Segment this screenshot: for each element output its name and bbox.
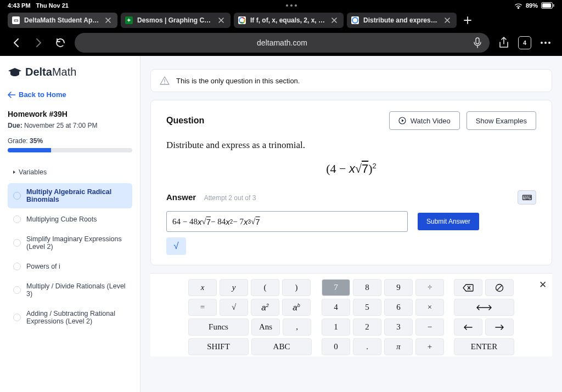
- prohibit-icon: [495, 283, 504, 292]
- question-heading: Question: [166, 116, 204, 126]
- sidebar-item-rationals[interactable]: Multiply / Divide Rationals (Level 3): [8, 277, 132, 303]
- submit-answer-button[interactable]: Submit Answer: [418, 213, 479, 230]
- status-ring-icon: [13, 286, 21, 294]
- close-icon[interactable]: [330, 16, 338, 24]
- tab-count-button[interactable]: 4: [518, 36, 531, 49]
- status-ring-icon: [13, 314, 21, 321]
- sidebar-item-add-sub-rational[interactable]: Adding / Subtracting Rational Expression…: [8, 305, 132, 330]
- sidebar: DeltaMath Back to Home Homework #39H Due…: [0, 56, 140, 392]
- keypad-key[interactable]: +: [415, 338, 444, 355]
- tab-favicon: [351, 16, 359, 24]
- keypad-key-lr[interactable]: [454, 299, 514, 316]
- keypad-key[interactable]: π: [384, 338, 413, 355]
- ipad-status-bar: 4:43 PM Thu Nov 21 89%: [0, 0, 562, 11]
- tab-title: Distribute and express a: [363, 16, 439, 24]
- status-ring-icon: [13, 263, 21, 270]
- show-examples-button[interactable]: Show Examples: [467, 111, 536, 130]
- arrow-right-icon: [494, 324, 504, 331]
- sidebar-item-cube-roots[interactable]: Multiplying Cube Roots: [8, 211, 132, 228]
- keypad-key[interactable]: .: [353, 338, 381, 355]
- answer-input[interactable]: 64 − 48x√7 − 84x2 − 7x3√7: [166, 211, 408, 232]
- share-button[interactable]: [496, 35, 512, 50]
- battery-pct: 89%: [526, 2, 538, 9]
- svg-rect-2: [553, 4, 554, 7]
- browser-tab[interactable]: ▭ DeltaMath Student Appli: [8, 13, 117, 28]
- keypad-key-ans[interactable]: Ans: [251, 319, 280, 336]
- sqrt-toolbar-button[interactable]: √: [166, 237, 186, 255]
- overflow-menu-button[interactable]: [538, 35, 553, 50]
- keypad-key[interactable]: 5: [353, 299, 381, 316]
- due-date: Due: November 25 at 7:00 PM: [8, 122, 132, 129]
- reload-button[interactable]: [53, 35, 68, 50]
- multitask-dots-icon[interactable]: [286, 4, 297, 7]
- keypad-key[interactable]: ×: [415, 299, 444, 316]
- close-icon[interactable]: [443, 16, 451, 24]
- keypad-key-shift[interactable]: SHIFT: [188, 338, 249, 355]
- keypad-key[interactable]: ab: [282, 299, 311, 316]
- sidebar-item-imaginary[interactable]: Simplify Imaginary Expressions (Level 2): [8, 230, 132, 255]
- tab-title: DeltaMath Student Appli: [24, 16, 100, 24]
- keyboard-toggle-button[interactable]: ⌨: [518, 190, 536, 204]
- keypad-key-enter[interactable]: ENTER: [454, 338, 514, 355]
- keypad-key[interactable]: 8: [353, 279, 381, 296]
- keypad-key[interactable]: 7: [322, 279, 350, 296]
- keypad-key[interactable]: a2: [251, 299, 279, 316]
- keypad-key[interactable]: =: [188, 299, 217, 316]
- keypad-key[interactable]: 1: [322, 319, 350, 336]
- keypad-key[interactable]: 9: [384, 279, 413, 296]
- keypad-key[interactable]: 3: [384, 319, 413, 336]
- keypad-key[interactable]: (: [251, 279, 279, 296]
- svg-rect-5: [476, 38, 479, 44]
- keypad-key[interactable]: ,: [283, 319, 311, 336]
- svg-point-4: [352, 18, 358, 23]
- forward-button[interactable]: [31, 35, 46, 50]
- browser-tab[interactable]: If f, of, x, equals, 2, x, cu: [234, 13, 344, 28]
- sidebar-item-variables[interactable]: Variables: [8, 163, 132, 181]
- new-tab-button[interactable]: [460, 13, 475, 28]
- keypad-key[interactable]: 6: [384, 299, 413, 316]
- keypad-key-backspace[interactable]: [454, 279, 482, 296]
- browser-tab-strip: ▭ DeltaMath Student Appli ✦ Desmos | Gra…: [0, 11, 562, 30]
- backspace-icon: [463, 284, 474, 292]
- keypad-key[interactable]: 0: [322, 338, 350, 355]
- keypad-key[interactable]: ÷: [415, 279, 444, 296]
- browser-tab[interactable]: ✦ Desmos | Graphing Calcu: [121, 13, 231, 28]
- keypad-key[interactable]: x: [188, 279, 217, 296]
- keypad-right-block: ENTER: [454, 279, 514, 355]
- sidebar-item-multiply-radical-binomials[interactable]: Multiply Algebraic Radical Binomials: [8, 183, 132, 208]
- keypad-key-right[interactable]: [485, 319, 514, 336]
- close-icon[interactable]: [104, 16, 112, 24]
- close-icon[interactable]: [217, 16, 225, 24]
- answer-heading: Answer: [166, 192, 196, 202]
- brand-logo[interactable]: DeltaMath: [8, 66, 132, 78]
- tab-favicon: [238, 16, 246, 24]
- keypad-key-abc[interactable]: ABC: [251, 338, 312, 355]
- sidebar-item-powers-of-i[interactable]: Powers of i: [8, 258, 132, 275]
- math-keypad: ✕ x y ( ) = √ a2 ab F: [150, 273, 552, 356]
- keypad-key-left[interactable]: [454, 319, 482, 336]
- keypad-key[interactable]: −: [415, 319, 444, 336]
- mic-icon[interactable]: [473, 37, 482, 48]
- watch-video-button[interactable]: Watch Video: [389, 111, 460, 130]
- address-bar[interactable]: deltamath.com: [75, 33, 490, 53]
- browser-tab[interactable]: Distribute and express a: [347, 13, 457, 28]
- grade-label: Grade: 35%: [8, 137, 132, 145]
- keypad-key[interactable]: y: [220, 279, 248, 296]
- keypad-key-funcs[interactable]: Funcs: [188, 319, 249, 336]
- keypad-key[interactable]: 2: [353, 319, 381, 336]
- status-date: Thu Nov 21: [36, 2, 69, 9]
- keypad-close-button[interactable]: ✕: [539, 279, 547, 291]
- play-icon: [398, 117, 406, 124]
- back-to-home-link[interactable]: Back to Home: [8, 90, 132, 99]
- question-expression: (4 − x√7)2: [166, 162, 536, 176]
- keypad-key[interactable]: ): [282, 279, 311, 296]
- keypad-key-cancel[interactable]: [485, 279, 514, 296]
- tab-favicon: ✦: [125, 16, 133, 24]
- progress-bar: [8, 148, 132, 152]
- keypad-key[interactable]: 4: [322, 299, 350, 316]
- keypad-key[interactable]: √: [220, 299, 248, 316]
- tab-title: If f, of, x, equals, 2, x, cu: [250, 16, 326, 24]
- status-ring-icon: [13, 239, 21, 247]
- status-ring-icon: [13, 192, 21, 200]
- back-button[interactable]: [9, 35, 24, 50]
